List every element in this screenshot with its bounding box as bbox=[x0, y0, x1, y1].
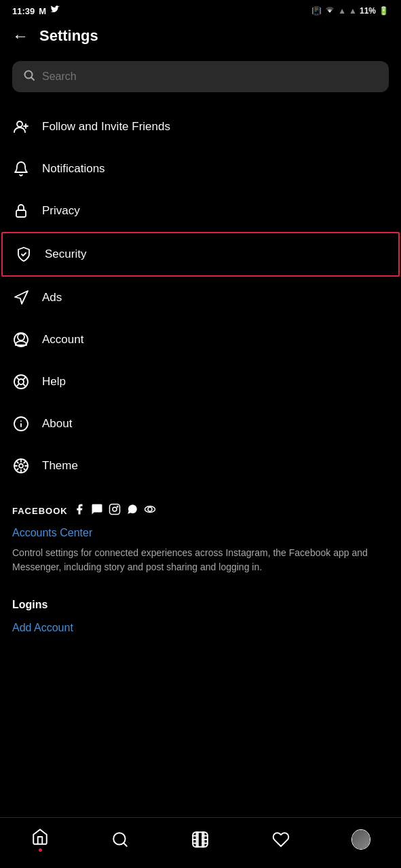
whatsapp-brand-icon bbox=[126, 503, 138, 519]
follow-icon bbox=[12, 118, 30, 136]
svg-point-28 bbox=[113, 507, 117, 511]
nav-reels[interactable] bbox=[180, 827, 221, 852]
battery-level: 11% bbox=[360, 6, 376, 16]
account-icon bbox=[12, 331, 30, 349]
menu-label-account: Account bbox=[42, 333, 83, 347]
svg-rect-27 bbox=[109, 505, 119, 515]
menu-item-security[interactable]: Security bbox=[1, 232, 400, 277]
menu-list: Follow and Invite Friends Notifications … bbox=[0, 106, 401, 487]
nav-home[interactable] bbox=[20, 825, 60, 854]
svg-point-31 bbox=[148, 507, 152, 511]
menu-item-account[interactable]: Account bbox=[0, 319, 401, 361]
svg-line-11 bbox=[23, 384, 26, 387]
nav-search[interactable] bbox=[100, 827, 140, 852]
svg-point-2 bbox=[17, 121, 22, 127]
reels-icon bbox=[191, 830, 210, 849]
info-icon bbox=[12, 415, 30, 433]
time: 11:39 bbox=[12, 6, 35, 16]
svg-line-1 bbox=[32, 78, 35, 81]
menu-label-help: Help bbox=[42, 375, 66, 389]
search-bar[interactable] bbox=[12, 61, 389, 92]
instagram-brand-icon bbox=[109, 503, 121, 519]
svg-line-26 bbox=[24, 461, 26, 463]
logins-title: Logins bbox=[12, 599, 389, 611]
content-area: Follow and Invite Friends Notifications … bbox=[0, 61, 401, 694]
add-account-link[interactable]: Add Account bbox=[12, 616, 389, 639]
back-button[interactable]: ← bbox=[12, 28, 28, 44]
accounts-center-link[interactable]: Accounts Center bbox=[12, 527, 389, 539]
facebook-title: FACEBOOK bbox=[12, 506, 68, 516]
facebook-section: FACEBOOK Accounts Center Con bbox=[0, 487, 401, 593]
menu-label-security: Security bbox=[45, 248, 86, 261]
svg-line-25 bbox=[16, 469, 18, 471]
facebook-brand-icons bbox=[73, 503, 156, 519]
messenger-brand-icon bbox=[91, 503, 103, 519]
gmail-icon: M bbox=[39, 6, 46, 16]
menu-label-notifications: Notifications bbox=[42, 162, 105, 176]
twitter-icon bbox=[50, 5, 60, 16]
shield-icon bbox=[15, 245, 33, 263]
menu-label-about: About bbox=[42, 417, 72, 431]
header: ← Settings bbox=[0, 19, 401, 56]
menu-label-privacy: Privacy bbox=[42, 204, 80, 218]
menu-label-theme: Theme bbox=[42, 459, 78, 473]
svg-line-12 bbox=[23, 377, 26, 380]
oculus-brand-icon bbox=[144, 503, 156, 519]
help-icon bbox=[12, 373, 30, 391]
status-bar: 11:39 M 📳 ▲ ▲ 11% 🔋 bbox=[0, 0, 401, 19]
svg-line-10 bbox=[16, 377, 19, 380]
menu-item-ads[interactable]: Ads bbox=[0, 277, 401, 319]
wifi-icon bbox=[324, 6, 335, 16]
battery-icon: 🔋 bbox=[379, 6, 389, 16]
facebook-brand-icon bbox=[73, 503, 85, 519]
svg-rect-5 bbox=[16, 210, 26, 217]
menu-item-privacy[interactable]: Privacy bbox=[0, 190, 401, 232]
svg-point-29 bbox=[117, 506, 118, 507]
search-nav-icon bbox=[111, 830, 130, 849]
svg-point-18 bbox=[19, 464, 23, 468]
home-dot bbox=[39, 848, 42, 852]
bottom-nav bbox=[0, 817, 401, 868]
svg-line-24 bbox=[24, 469, 26, 471]
search-input[interactable] bbox=[42, 71, 378, 83]
megaphone-icon bbox=[12, 289, 30, 307]
home-icon bbox=[31, 827, 50, 846]
search-icon bbox=[23, 69, 35, 84]
svg-line-13 bbox=[16, 384, 19, 387]
lock-icon bbox=[12, 202, 30, 220]
profile-avatar bbox=[351, 830, 370, 849]
vibrate-icon: 📳 bbox=[311, 6, 322, 16]
menu-item-follow[interactable]: Follow and Invite Friends bbox=[0, 106, 401, 148]
svg-point-6 bbox=[18, 334, 24, 340]
menu-item-about[interactable]: About bbox=[0, 403, 401, 445]
menu-item-theme[interactable]: Theme bbox=[0, 445, 401, 487]
bell-icon bbox=[12, 160, 30, 178]
heart-icon bbox=[271, 830, 290, 849]
status-left: 11:39 M bbox=[12, 5, 60, 16]
status-right: 📳 ▲ ▲ 11% 🔋 bbox=[311, 6, 389, 16]
svg-line-23 bbox=[16, 461, 18, 463]
menu-label-follow: Follow and Invite Friends bbox=[42, 120, 170, 134]
menu-item-notifications[interactable]: Notifications bbox=[0, 148, 401, 190]
facebook-header: FACEBOOK bbox=[12, 503, 389, 519]
signal-off2-icon: ▲ bbox=[349, 6, 357, 16]
accounts-center-description: Control settings for connected experienc… bbox=[12, 546, 389, 574]
svg-point-7 bbox=[14, 333, 28, 347]
signal-off-icon: ▲ bbox=[338, 6, 346, 16]
svg-line-33 bbox=[123, 843, 127, 846]
logins-section: Logins Add Account bbox=[0, 593, 401, 639]
nav-profile[interactable] bbox=[341, 827, 381, 852]
menu-item-help[interactable]: Help bbox=[0, 361, 401, 403]
nav-heart[interactable] bbox=[261, 827, 301, 852]
theme-icon bbox=[12, 457, 30, 475]
menu-label-ads: Ads bbox=[42, 291, 62, 304]
page-title: Settings bbox=[39, 27, 98, 45]
